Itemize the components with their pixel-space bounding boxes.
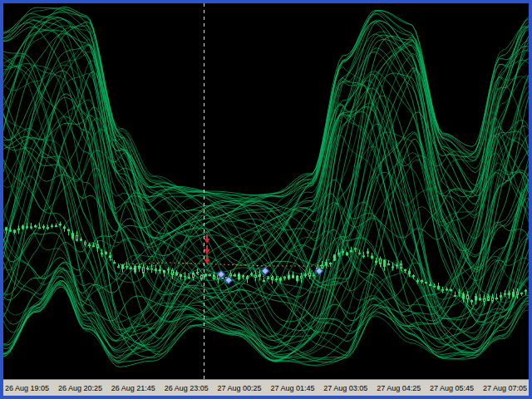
time-axis[interactable]: 26 Aug 19:0526 Aug 20:2526 Aug 21:4526 A… <box>3 379 529 396</box>
chart-window: 26 Aug 19:0526 Aug 20:2526 Aug 21:4526 A… <box>0 0 532 399</box>
axis-label: 27 Aug 01:45 <box>270 384 314 392</box>
axis-label: 26 Aug 23:05 <box>165 384 209 392</box>
price-chart-canvas[interactable] <box>3 3 529 379</box>
axis-label: 27 Aug 03:05 <box>323 384 367 392</box>
axis-label: 27 Aug 07:05 <box>483 384 527 392</box>
axis-label: 26 Aug 21:45 <box>111 384 155 392</box>
axis-label: 27 Aug 05:45 <box>430 384 474 392</box>
axis-label: 26 Aug 20:25 <box>58 384 102 392</box>
chart-area[interactable] <box>3 3 529 379</box>
axis-label: 27 Aug 04:25 <box>377 384 421 392</box>
axis-label: 26 Aug 19:05 <box>5 384 49 392</box>
axis-label: 27 Aug 00:25 <box>218 384 262 392</box>
